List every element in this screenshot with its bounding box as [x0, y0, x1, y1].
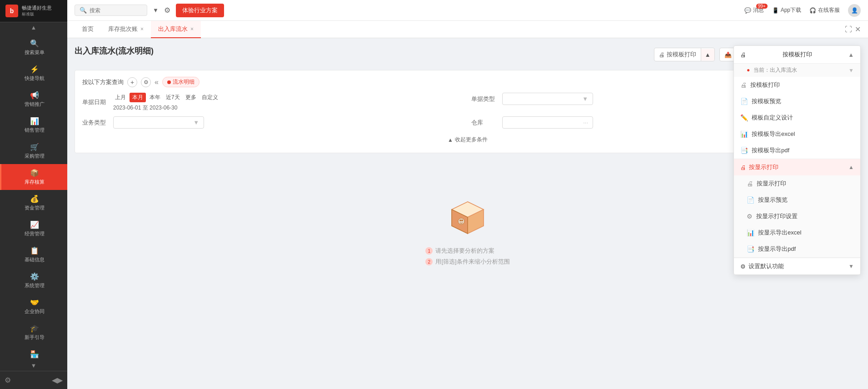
app-download-button[interactable]: 📱 App下载 — [772, 6, 801, 14]
date-btn-more[interactable]: 更多 — [184, 93, 198, 102]
sidebar-item-operation[interactable]: 📈 经营管理 — [0, 216, 67, 242]
template-custom-label: 模板自定义设计 — [752, 114, 793, 122]
dropdown-title: 按模板打印 — [783, 50, 812, 59]
sidebar-item-system[interactable]: ⚙️ 系统管理 — [0, 268, 67, 294]
display-export-excel-label: 按显示导出excel — [758, 229, 801, 237]
voucher-chevron-icon: ▼ — [582, 95, 588, 102]
sidebar-item-collab[interactable]: 🤝 企业协同 — [0, 294, 67, 319]
filter-chip-flow[interactable]: 流水明细 — [162, 77, 200, 87]
print-chevron-button[interactable]: ▲ — [701, 49, 714, 60]
sidebar-item-inventory[interactable]: 📦 库存核算 — [0, 164, 67, 190]
search-icon: 🔍 — [80, 7, 87, 14]
tab-batch[interactable]: 库存批次账 × — [101, 21, 151, 38]
date-btn-this-month[interactable]: 本月 — [130, 93, 146, 102]
tab-flow[interactable]: 出入库流水 × — [151, 21, 201, 38]
sidebar-item-quicknav[interactable]: ⚡ 快捷导航 — [0, 60, 67, 86]
tab-flow-close[interactable]: × — [190, 26, 194, 32]
trial-button[interactable]: 体验行业方案 — [176, 4, 224, 17]
sidebar-item-sales[interactable]: 📊 销售管理 — [0, 112, 67, 138]
date-btn-custom[interactable]: 自定义 — [200, 93, 220, 102]
tip2-num: 2 — [425, 258, 433, 265]
tab-maximize-button[interactable]: ⛶ — [845, 25, 852, 34]
online-service-button[interactable]: 🎧 在线客服 — [809, 6, 840, 14]
sales-icon: 📊 — [30, 117, 39, 125]
current-indicator: ● 当前：出入库流水 — [747, 66, 797, 74]
template-preview-menu-item[interactable]: 📄 按模板预览 — [734, 93, 860, 110]
inventory-icon: 📦 — [30, 169, 39, 177]
voucher-type-label: 单据类型 — [471, 95, 499, 103]
sidebar: b 畅捷通好生意 标准版 ▲ 🔍 搜索菜单 ⚡ 快捷导航 📢 营销推广 📊 销售… — [0, 0, 67, 389]
sidebar-item-search[interactable]: 🔍 搜索菜单 — [0, 35, 67, 60]
warehouse-select[interactable]: ··· — [502, 116, 593, 129]
header-search-box[interactable]: 🔍 — [75, 5, 147, 16]
template-export-pdf-menu-item[interactable]: 📑 按模板导出pdf — [734, 142, 860, 159]
sidebar-item-label: 新手引导 — [25, 334, 45, 341]
message-button[interactable]: 💬 消息 99+ — [744, 6, 764, 14]
tip2-text: 用[筛选]条件来缩小分析范围 — [435, 258, 509, 266]
set-default-section[interactable]: ⚙ 设置默认功能 ▼ — [734, 258, 860, 274]
sidebar-item-finance[interactable]: 💰 资金管理 — [0, 190, 67, 216]
collapse-icon[interactable]: ◀▶ — [52, 376, 63, 384]
display-print-menu-item[interactable]: 🖨 按显示打印 — [734, 175, 860, 192]
app-download-icon: 📱 — [772, 7, 779, 14]
date-btn-this-year[interactable]: 本年 — [148, 93, 162, 102]
sidebar-item-apps[interactable]: 🏪 应用中心 — [0, 345, 67, 360]
sidebar-item-marketing[interactable]: 📢 营销推广 — [0, 86, 67, 112]
voucher-type-select[interactable]: ▼ — [502, 93, 593, 105]
filter-collapse-icon[interactable]: « — [155, 78, 159, 86]
template-custom-menu-item[interactable]: ✏️ 模板自定义设计 — [734, 110, 860, 126]
date-btn-7days[interactable]: 近7天 — [164, 93, 182, 102]
template-preview-label: 按模板预览 — [752, 97, 781, 105]
display-print-section-header[interactable]: 🖨 按显示打印 ▲ — [734, 159, 860, 175]
display-print-settings-menu-item[interactable]: ⚙ 按显示打印设置 — [734, 208, 860, 224]
design-icon: ✏️ — [740, 114, 748, 121]
collapse-up-icon: ▲ — [448, 137, 453, 143]
avatar[interactable]: 👤 — [848, 4, 861, 17]
tab-flow-label: 出入库流水 — [158, 25, 188, 33]
sidebar-item-label: 资金管理 — [25, 204, 45, 211]
dropdown-close-chevron[interactable]: ▲ — [848, 51, 854, 58]
template-print-label: 按模板打印 — [667, 50, 696, 59]
avatar-text: 👤 — [851, 7, 858, 14]
current-label: 当前：出入库流水 — [753, 67, 797, 73]
tab-home[interactable]: 首页 — [75, 21, 101, 38]
template-export-excel-menu-item[interactable]: 📊 按模板导出excel — [734, 126, 860, 142]
sidebar-scroll-down[interactable]: ▼ — [0, 360, 67, 371]
filter-setting-button[interactable]: ⚙ — [141, 77, 151, 87]
header-gear-icon[interactable]: ⚙ — [164, 6, 170, 15]
template-print-menu-label: 按模板打印 — [750, 81, 780, 89]
printer-icon: 🖨 — [740, 81, 747, 89]
display-export-pdf-menu-item[interactable]: 📑 按显示导出pdf — [734, 241, 860, 257]
sidebar-item-guide[interactable]: 🎓 新手引导 — [0, 319, 67, 345]
template-print-menu-item[interactable]: 🖨 按模板打印 — [734, 77, 860, 93]
printer-icon: 🖨 — [659, 51, 665, 58]
tab-close-all-button[interactable]: ✕ — [855, 25, 861, 34]
date-range-display: 2023-06-01 至 2023-06-30 — [113, 104, 220, 112]
display-print-label: 按显示打印 — [757, 180, 786, 188]
sidebar-item-basic[interactable]: 📋 基础信息 — [0, 242, 67, 268]
search-icon: 🔍 — [30, 39, 39, 48]
empty-tips: 1 请先选择要分析的方案 2 用[筛选]条件来缩小分析范围 — [425, 247, 509, 266]
settings-sub-icon: ⚙ — [747, 213, 753, 220]
header-dropdown-chevron[interactable]: ▼ — [153, 7, 159, 14]
display-export-excel-menu-item[interactable]: 📊 按显示导出excel — [734, 224, 860, 241]
set-default-icon: ⚙ — [740, 263, 746, 270]
date-btn-last-month[interactable]: 上月 — [113, 93, 128, 102]
sidebar-scroll-up[interactable]: ▲ — [0, 22, 67, 33]
settings-icon[interactable]: ⚙ — [5, 376, 11, 384]
sidebar-item-label: 企业协同 — [25, 308, 45, 315]
display-preview-menu-item[interactable]: 📄 按显示预览 — [734, 192, 860, 208]
filter-add-button[interactable]: + — [127, 77, 137, 87]
display-preview-label: 按显示预览 — [758, 196, 788, 204]
tab-batch-close[interactable]: × — [140, 26, 144, 32]
online-service-icon: 🎧 — [809, 7, 816, 14]
preview-icon: 📄 — [740, 98, 748, 105]
tab-actions: ⛶ ✕ — [845, 25, 861, 34]
biz-type-select[interactable]: ▼ — [113, 116, 204, 129]
template-export-pdf-label: 按模板导出pdf — [752, 146, 789, 155]
excel-sub-icon: 📊 — [747, 229, 754, 236]
search-input[interactable] — [90, 7, 142, 14]
sidebar-item-label: 搜索菜单 — [25, 49, 45, 56]
template-print-button[interactable]: 🖨 按模板打印 — [654, 48, 701, 61]
sidebar-item-purchase[interactable]: 🛒 采购管理 — [0, 138, 67, 164]
